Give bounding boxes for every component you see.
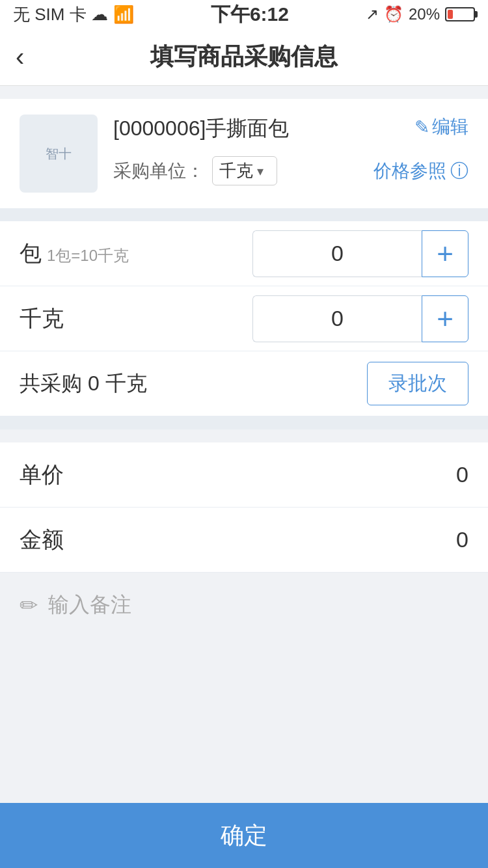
chevron-down-icon: ▾	[257, 163, 264, 179]
page-title: 填写商品采购信息	[150, 41, 338, 73]
section-divider-1	[0, 208, 488, 221]
remark-section[interactable]: ✏ 输入备注	[0, 573, 488, 638]
plus-button-kg[interactable]: +	[422, 295, 468, 342]
wifi-icon: 📶	[113, 5, 134, 25]
price-ref-label: 价格参照	[373, 159, 446, 183]
quantity-section: 包1包=10千克 0 + 千克 0 + 共采购 0 千克 录批次	[0, 221, 488, 416]
amount-value: 0	[456, 527, 468, 552]
nav-bar: ‹ 填写商品采购信息	[0, 29, 488, 86]
summary-row: 共采购 0 千克 录批次	[0, 351, 488, 416]
location-icon: ↗	[366, 5, 379, 23]
label-bao: 包1包=10千克	[20, 239, 129, 269]
product-image: 智十	[20, 115, 98, 193]
price-ref-button[interactable]: 价格参照 ⓘ	[373, 159, 468, 183]
confirm-label: 确定	[221, 820, 267, 852]
remark-placeholder: 输入备注	[48, 591, 131, 619]
battery-percent: 20%	[409, 5, 440, 23]
batch-button[interactable]: 录批次	[367, 362, 468, 405]
section-divider-2	[0, 416, 488, 429]
quantity-row-bao: 包1包=10千克 0 +	[0, 221, 488, 286]
unit-price-value: 0	[456, 462, 468, 487]
plus-button-bao[interactable]: +	[422, 230, 468, 277]
pencil-icon: ✏	[20, 592, 38, 618]
quantity-input-kg[interactable]: 0	[252, 295, 422, 342]
back-button[interactable]: ‹	[16, 42, 24, 72]
info-section: 单价 0 金额 0	[0, 442, 488, 573]
unit-label: 采购单位：	[113, 159, 204, 183]
summary-text: 共采购 0 千克	[20, 370, 147, 398]
unit-price-row: 单价 0	[0, 442, 488, 508]
product-unit-row: 采购单位： 千克 ▾ 价格参照 ⓘ	[113, 156, 468, 185]
quantity-row-kg: 千克 0 +	[0, 286, 488, 351]
status-bar: 无 SIM 卡 ☁ 📶 下午6:12 ↗ ⏰ 20%	[0, 0, 488, 29]
amount-label: 金额	[20, 525, 64, 555]
unit-value: 千克	[219, 159, 253, 182]
edit-button[interactable]: ✎ 编辑	[414, 115, 468, 139]
unit-select[interactable]: 千克 ▾	[212, 156, 277, 185]
battery-indicator	[445, 7, 475, 21]
status-left: 无 SIM 卡 ☁ 📶	[13, 3, 134, 26]
alarm-icon: ⏰	[384, 5, 403, 23]
product-card: 智十 [0000006]手撕面包 采购单位： 千克 ▾ 价格参照 ⓘ ✎ 编辑	[0, 99, 488, 208]
input-wrap-bao: 0 +	[252, 230, 468, 277]
info-icon: ⓘ	[450, 159, 468, 183]
status-right: ↗ ⏰ 20%	[366, 5, 475, 23]
sim-label: 无 SIM 卡 ☁	[13, 3, 108, 26]
edit-label: 编辑	[432, 115, 468, 139]
unit-price-label: 单价	[20, 460, 64, 490]
status-time: 下午6:12	[211, 1, 289, 28]
label-kg: 千克	[20, 304, 98, 334]
sub-label-bao: 1包=10千克	[47, 247, 129, 264]
confirm-button[interactable]: 确定	[0, 803, 488, 868]
product-logo: 智十	[46, 145, 72, 163]
quantity-input-bao[interactable]: 0	[252, 230, 422, 277]
edit-icon: ✎	[414, 116, 429, 138]
input-wrap-kg: 0 +	[252, 295, 468, 342]
amount-row: 金额 0	[0, 508, 488, 573]
